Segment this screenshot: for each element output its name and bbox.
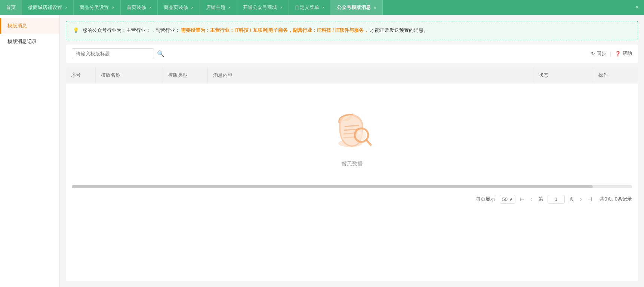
tab-homepage[interactable]: 首页装修 × <box>121 0 158 15</box>
page-input[interactable] <box>548 195 565 204</box>
help-icon: ❓ <box>615 51 621 57</box>
svg-point-8 <box>358 131 361 134</box>
chevron-down-icon: ∨ <box>509 196 513 202</box>
tab-homepage-label: 首页装修 <box>127 4 146 11</box>
tab-templatemsg[interactable]: 公众号模版消息 × <box>331 0 382 15</box>
tab-home-label: 首页 <box>6 4 16 11</box>
search-input[interactable] <box>72 48 154 59</box>
empty-icon <box>328 106 376 155</box>
empty-text: 暂无数据 <box>342 161 363 167</box>
help-label: 帮助 <box>622 50 632 57</box>
search-right: ↻ 同步 | ❓ 帮助 <box>591 50 632 57</box>
sidebar-item-template-record-label: 模版消息记录 <box>7 39 37 44</box>
sync-button[interactable]: ↻ 同步 <box>591 50 606 57</box>
notice-suffix: 才能正常发送预置的消息。 <box>370 27 428 33</box>
page-size-label: 每页显示 <box>476 196 495 202</box>
notice-box: 💡 您的公众号行业为：主营行业：，副营行业： 需要设置为：主营行业：IT科技 /… <box>66 21 638 40</box>
search-button[interactable]: 🔍 <box>157 50 164 57</box>
search-bar: 🔍 ↻ 同步 | ❓ 帮助 <box>66 45 638 63</box>
sidebar-item-template-record[interactable]: 模版消息记录 <box>0 34 59 49</box>
scroll-thumb <box>72 185 593 188</box>
notice-prefix: 您的公众号行业为：主营行业：，副营行业： <box>83 27 180 33</box>
page-size-value: 50 <box>502 196 508 202</box>
tab-wechatmall-close[interactable]: × <box>280 6 282 10</box>
svg-line-4 <box>344 137 355 138</box>
tab-productpage-close[interactable]: × <box>191 6 193 10</box>
tab-weishop-close[interactable]: × <box>65 6 67 10</box>
sidebar-item-template-msg-label: 模版消息 <box>7 23 27 28</box>
search-left: 🔍 <box>72 48 164 59</box>
tab-category-close[interactable]: × <box>112 6 114 10</box>
last-page-button[interactable]: ⊣ <box>586 195 594 203</box>
svg-point-6 <box>357 130 366 140</box>
tab-bar: 首页 微商城店铺设置 × 商品分类设置 × 首页装修 × 商品页装修 × 店铺主… <box>0 0 644 15</box>
tab-bar-close-button[interactable]: × <box>630 0 644 15</box>
sync-label: 同步 <box>597 50 606 57</box>
tab-theme-label: 店铺主题 <box>206 4 225 11</box>
tab-productpage-label: 商品页装修 <box>164 4 188 11</box>
tab-custommenu-close[interactable]: × <box>322 6 324 10</box>
table-header: 序号 模版名称 模版类型 消息内容 状态 操作 <box>66 67 638 83</box>
prev-page-button[interactable]: ‹ <box>529 195 534 203</box>
tab-home[interactable]: 首页 <box>0 0 22 15</box>
content-area: 💡 您的公众号行业为：主营行业：，副营行业： 需要设置为：主营行业：IT科技 /… <box>60 15 644 287</box>
tab-templatemsg-close[interactable]: × <box>374 6 376 10</box>
tab-custommenu[interactable]: 自定义菜单 × <box>289 0 331 15</box>
total-label: 共0页, 0条记录 <box>600 196 632 202</box>
sidebar-item-template-msg[interactable]: 模版消息 <box>0 18 59 34</box>
col-name: 模版名称 <box>96 67 163 83</box>
tab-wechatmall-label: 开通公众号商城 <box>243 4 277 11</box>
tab-custommenu-label: 自定义菜单 <box>295 4 319 11</box>
col-content: 消息内容 <box>208 67 533 83</box>
search-icon: 🔍 <box>157 51 164 57</box>
horizontal-scrollbar[interactable] <box>72 185 632 188</box>
col-action: 操作 <box>593 67 638 83</box>
page-size-select[interactable]: 50 ∨ <box>500 195 515 204</box>
divider: | <box>610 51 611 57</box>
empty-state: 暂无数据 <box>66 83 638 182</box>
tab-category[interactable]: 商品分类设置 × <box>74 0 120 15</box>
data-table: 序号 模版名称 模版类型 消息内容 状态 操作 <box>66 67 638 281</box>
tab-templatemsg-label: 公众号模版消息 <box>337 4 371 11</box>
help-button[interactable]: ❓ 帮助 <box>615 50 632 57</box>
page-label-prefix: 第 <box>538 196 543 202</box>
col-status: 状态 <box>533 67 593 83</box>
tab-wechatmall[interactable]: 开通公众号商城 × <box>237 0 289 15</box>
tab-category-label: 商品分类设置 <box>80 4 109 11</box>
tab-theme-close[interactable]: × <box>228 6 231 10</box>
page-label-suffix: 页 <box>569 196 574 202</box>
sidebar: 模版消息 模版消息记录 <box>0 15 60 287</box>
first-page-button[interactable]: ⊢ <box>518 195 526 203</box>
tab-homepage-close[interactable]: × <box>149 6 151 10</box>
tab-theme[interactable]: 店铺主题 × <box>200 0 237 15</box>
notice-highlight: 需要设置为：主营行业：IT科技 / 互联网|电子商务，副营行业：IT科技 / I… <box>181 27 369 33</box>
pagination: 每页显示 50 ∨ ⊢ ‹ 第 页 › ⊣ 共0页, 0条记录 <box>66 191 638 207</box>
next-page-button[interactable]: › <box>579 195 583 203</box>
tab-weishop[interactable]: 微商城店铺设置 × <box>22 0 74 15</box>
main-layout: 模版消息 模版消息记录 💡 您的公众号行业为：主营行业：，副营行业： 需要设置为… <box>0 15 644 287</box>
notice-icon: 💡 <box>73 27 79 33</box>
sync-icon: ↻ <box>591 51 595 57</box>
col-type: 模版类型 <box>163 67 208 83</box>
tab-weishop-label: 微商城店铺设置 <box>28 4 62 11</box>
tab-productpage[interactable]: 商品页装修 × <box>158 0 200 15</box>
svg-line-7 <box>366 140 371 145</box>
col-index: 序号 <box>66 67 96 83</box>
